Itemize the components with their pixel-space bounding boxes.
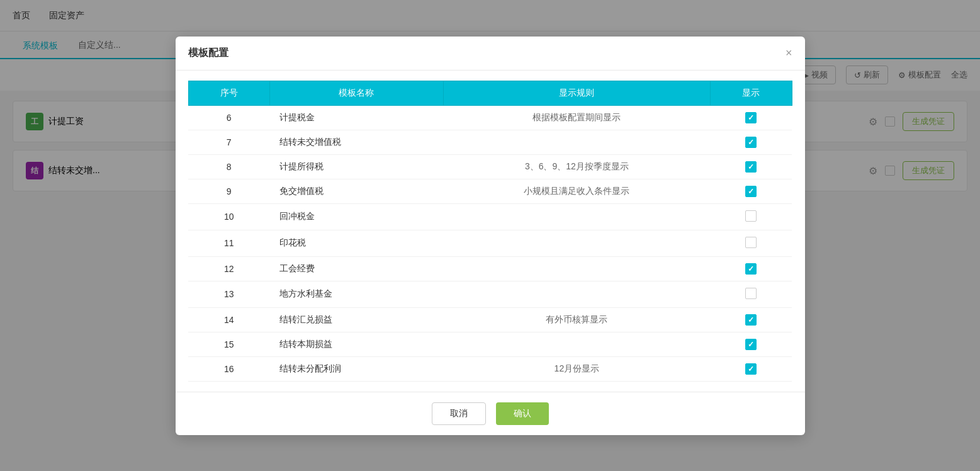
row-display-cell (711, 332, 792, 356)
row-id: 14 (188, 307, 269, 332)
table-row: 15结转本期损益 (188, 332, 792, 356)
row-name: 计提所得税 (269, 154, 443, 179)
row-name: 地方水利基金 (269, 281, 443, 307)
row-rule (443, 230, 710, 256)
table-row: 6计提税金根据模板配置期间显示 (188, 105, 792, 130)
row-checkbox[interactable] (745, 314, 757, 326)
row-rule: 根据模板配置期间显示 (443, 105, 710, 130)
row-rule: 小规模且满足收入条件显示 (443, 179, 710, 203)
row-checkbox[interactable] (745, 112, 757, 123)
row-checkbox[interactable] (745, 210, 757, 222)
row-display-cell (711, 130, 792, 154)
table-row: 10回冲税金 (188, 203, 792, 230)
row-checkbox[interactable] (745, 288, 757, 299)
confirm-button[interactable]: 确认 (496, 402, 549, 425)
table-header: 序号 模板名称 显示规则 显示 (188, 81, 792, 105)
row-name: 工会经费 (269, 256, 443, 281)
row-rule (443, 130, 710, 154)
row-name: 结转未分配利润 (269, 356, 443, 381)
row-rule (443, 332, 710, 356)
table-row: 8计提所得税3、6、9、12月按季度显示 (188, 154, 792, 179)
row-display-cell (711, 281, 792, 307)
row-rule: 3、6、9、12月按季度显示 (443, 154, 710, 179)
modal-body: 序号 模板名称 显示规则 显示 6计提税金根据模板配置期间显示7结转未交增值税8… (176, 71, 805, 392)
modal-close-button[interactable]: × (786, 47, 792, 59)
row-display-cell (711, 179, 792, 203)
col-header-rule: 显示规则 (443, 81, 710, 105)
modal-header: 模板配置 × (176, 37, 805, 71)
row-display-cell (711, 256, 792, 281)
row-name: 结转汇兑损益 (269, 307, 443, 332)
row-checkbox[interactable] (745, 186, 757, 197)
row-display-cell (711, 154, 792, 179)
row-rule: 12月份显示 (443, 356, 710, 381)
row-id: 16 (188, 356, 269, 381)
row-id: 11 (188, 230, 269, 256)
row-rule (443, 281, 710, 307)
col-header-name: 模板名称 (269, 81, 443, 105)
row-checkbox[interactable] (745, 363, 757, 375)
modal-footer: 取消 确认 (176, 392, 805, 435)
table-row: 16结转未分配利润12月份显示 (188, 356, 792, 381)
cancel-button[interactable]: 取消 (432, 402, 486, 425)
template-config-modal: 模板配置 × 序号 模板名称 显示规则 显示 6计提税金根据模板配置期间显示7结… (176, 37, 805, 435)
row-display-cell (711, 356, 792, 381)
row-name: 回冲税金 (269, 203, 443, 230)
row-id: 12 (188, 256, 269, 281)
row-id: 7 (188, 130, 269, 154)
table-body: 6计提税金根据模板配置期间显示7结转未交增值税8计提所得税3、6、9、12月按季… (188, 105, 792, 381)
row-name: 结转未交增值税 (269, 130, 443, 154)
table-row: 11印花税 (188, 230, 792, 256)
modal-overlay: 模板配置 × 序号 模板名称 显示规则 显示 6计提税金根据模板配置期间显示7结… (0, 0, 980, 471)
row-display-cell (711, 203, 792, 230)
row-checkbox[interactable] (745, 237, 757, 248)
row-name: 印花税 (269, 230, 443, 256)
row-checkbox[interactable] (745, 161, 757, 173)
row-checkbox[interactable] (745, 339, 757, 350)
row-rule: 有外币核算显示 (443, 307, 710, 332)
row-id: 6 (188, 105, 269, 130)
col-header-display: 显示 (711, 81, 792, 105)
config-table: 序号 模板名称 显示规则 显示 6计提税金根据模板配置期间显示7结转未交增值税8… (188, 81, 792, 382)
table-row: 13地方水利基金 (188, 281, 792, 307)
row-name: 结转本期损益 (269, 332, 443, 356)
table-row: 7结转未交增值税 (188, 130, 792, 154)
row-id: 10 (188, 203, 269, 230)
row-id: 15 (188, 332, 269, 356)
table-row: 12工会经费 (188, 256, 792, 281)
modal-title: 模板配置 (188, 47, 228, 60)
row-checkbox[interactable] (745, 137, 757, 148)
row-display-cell (711, 230, 792, 256)
row-name: 计提税金 (269, 105, 443, 130)
row-id: 13 (188, 281, 269, 307)
row-rule (443, 203, 710, 230)
row-rule (443, 256, 710, 281)
row-id: 8 (188, 154, 269, 179)
row-checkbox[interactable] (745, 263, 757, 275)
row-name: 免交增值税 (269, 179, 443, 203)
row-display-cell (711, 105, 792, 130)
row-id: 9 (188, 179, 269, 203)
table-row: 14结转汇兑损益有外币核算显示 (188, 307, 792, 332)
row-display-cell (711, 307, 792, 332)
table-row: 9免交增值税小规模且满足收入条件显示 (188, 179, 792, 203)
col-header-id: 序号 (188, 81, 269, 105)
